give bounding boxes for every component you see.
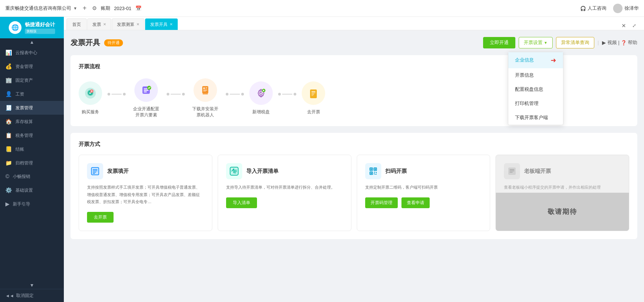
- page-header: 发票开具 待开通 立即开通 开票设置 ▼ 异常清单查询 | ▶ 视频 |: [71, 37, 637, 48]
- sidebar-item-jiezhang[interactable]: 📒 结账: [0, 142, 64, 156]
- dropdown-item-company[interactable]: 企业信息 ➜: [508, 52, 563, 68]
- activate-button[interactable]: 立即开通: [483, 37, 515, 48]
- sidebar-item-zijin[interactable]: 💰 资金管理: [0, 60, 64, 73]
- company-name: 重庆畅捷交通信息咨询有限公司: [5, 5, 71, 11]
- dropdown-item-invoice[interactable]: 开票信息: [508, 68, 563, 82]
- settings-button[interactable]: 开票设置 ▼: [519, 37, 553, 48]
- svg-rect-42: [510, 171, 514, 171]
- sidebar-item-shuiwu[interactable]: 📋 税务管理: [0, 128, 64, 142]
- tab-calc-label: 发票测算: [117, 22, 134, 28]
- video-label[interactable]: 视频: [607, 40, 617, 46]
- sidebar-item-kucun[interactable]: 🏠 库存核算: [0, 115, 64, 128]
- dropdown-item-download[interactable]: 下载开票客户端: [508, 111, 563, 125]
- cancel-fixed-button[interactable]: ◄◄ 取消固定: [0, 289, 64, 302]
- chart-icon: 📊: [5, 49, 12, 56]
- sidebar-item-gongzi[interactable]: 👤 工资: [0, 87, 64, 101]
- method-card-scan: 扫码开票 支持定制开票二维码，客户端可扫码开票 开票码管理 查看申请: [357, 155, 490, 231]
- user-info[interactable]: 徐泽华: [613, 4, 639, 13]
- play-circle-icon: ▶: [602, 40, 606, 46]
- sidebar-item-xiaochang[interactable]: © 小畅报销: [0, 170, 64, 183]
- question-icon: ❓: [621, 40, 627, 45]
- method-boss-desc: 查看老板端小程序提交的开票申请，并作出相应的处理: [504, 184, 621, 191]
- sidebar-item-fapiao[interactable]: 🧾 发票管理: [0, 101, 64, 115]
- receipt-icon: 🧾: [5, 105, 12, 111]
- add-tab-button[interactable]: +: [81, 3, 88, 13]
- method-fill-title: 发票填开: [107, 168, 129, 175]
- period-value: 2023-01: [114, 6, 131, 11]
- human-consult-button[interactable]: 🎧 人工咨询: [580, 5, 606, 11]
- sidebar-nav: 📊 云报表中心 💰 资金管理 🏢 固定资产 👤 工资 🧾 发票管理 🏠: [0, 46, 64, 281]
- svg-rect-35: [371, 173, 372, 174]
- tab-close-icon[interactable]: ✕: [103, 22, 106, 27]
- topbar-right: 🎧 人工咨询 徐泽华: [580, 4, 639, 13]
- close-window-button[interactable]: ✕: [619, 21, 628, 30]
- method-scan-title: 扫码开票: [385, 168, 407, 175]
- headset-icon: 🎧: [580, 6, 586, 11]
- method-card-boss: 老板端开票 查看老板端小程序提交的开票申请，并作出相应的处理 敬请期待: [496, 155, 629, 231]
- building-icon: 🏢: [5, 77, 12, 83]
- method-scan-button1[interactable]: 开票码管理: [365, 197, 398, 208]
- flow-connector-4: [273, 93, 302, 96]
- gear-icon: ⚙️: [5, 187, 12, 193]
- sidebar-label: 基础设置: [15, 187, 33, 193]
- anomaly-button[interactable]: 异常清单查询: [556, 37, 594, 48]
- sidebar-item-gudingzichan[interactable]: 🏢 固定资产: [0, 73, 64, 87]
- method-scan-button2[interactable]: 查看申请: [401, 197, 430, 208]
- tab-close-icon[interactable]: ✕: [136, 22, 139, 27]
- dropdown-item-printer[interactable]: 打印机管理: [508, 97, 563, 111]
- archive-icon: 📁: [5, 160, 12, 166]
- svg-rect-24: [93, 169, 97, 170]
- dropdown-item-taxconfig[interactable]: 配置税盘信息: [508, 82, 563, 97]
- dropdown-download-label: 下载开票客户端: [515, 115, 548, 120]
- sidebar-item-xinshou[interactable]: ▶ 新手引导: [0, 197, 64, 211]
- tab-fapiao[interactable]: 发票 ✕: [87, 18, 111, 30]
- dropdown-taxconfig-label: 配置税盘信息: [515, 86, 543, 92]
- dropdown-invoice-label: 开票信息: [515, 72, 534, 78]
- page-title: 发票开具: [71, 38, 100, 48]
- method-fill-desc: 支持按照发票样式手工填开发票；可开具增值税电子普通发票、增值税普通发票、增值税专…: [87, 184, 204, 206]
- svg-rect-13: [203, 93, 208, 95]
- sidebar-item-yunbao[interactable]: 📊 云报表中心: [0, 46, 64, 60]
- help-label[interactable]: 帮助: [628, 40, 637, 46]
- company-selector[interactable]: 重庆畅捷交通信息咨询有限公司 ▼: [5, 5, 77, 11]
- sidebar-logo: 🌐 畅捷通好会计 旗舰版: [0, 17, 64, 38]
- sidebar-label: 云报表中心: [15, 50, 37, 56]
- money-icon: 💰: [5, 63, 12, 70]
- sidebar-item-jichushezhi[interactable]: ⚙️ 基础设置: [0, 183, 64, 197]
- settings-icon[interactable]: ⚙: [92, 5, 97, 11]
- methods-grid: 发票填开 支持按照发票样式手工填开发票；可开具增值税电子普通发票、增值税普通发票…: [79, 155, 629, 231]
- flow-connector-3: [220, 93, 249, 96]
- tab-close-icon[interactable]: ✕: [170, 22, 173, 27]
- svg-rect-33: [375, 168, 376, 170]
- svg-rect-8: [203, 87, 205, 89]
- sidebar-scroll-up[interactable]: ▲: [0, 38, 64, 46]
- sidebar-label: 库存核算: [15, 119, 33, 125]
- flow-step-4-label: 新增税盘: [252, 109, 270, 115]
- tab-home-label: 首页: [72, 22, 81, 28]
- consult-label: 人工咨询: [588, 5, 606, 11]
- method-boss-overlay: 敬请期待: [496, 193, 629, 230]
- sidebar-item-guidang[interactable]: 📁 归档管理: [0, 156, 64, 170]
- flow-connector-1: [102, 93, 131, 96]
- flow-step-4: 新增税盘: [249, 81, 273, 115]
- sidebar-scroll-down[interactable]: ▼: [0, 281, 64, 289]
- c-icon: ©: [5, 174, 9, 180]
- sidebar-label: 小畅报销: [13, 174, 30, 180]
- logo-icon: 🌐: [9, 21, 22, 34]
- tab-fapiao-active[interactable]: 发票开具 ✕: [145, 18, 178, 30]
- svg-rect-21: [311, 95, 313, 96]
- page-content: 发票开具 待开通 立即开通 开票设置 ▼ 异常清单查询 | ▶ 视频 |: [64, 30, 644, 302]
- methods-section: 开票方式 发票填开 支持按照发票样式手工填开发票；可开具增值税电子普通发票、增值…: [71, 133, 637, 239]
- maximize-window-button[interactable]: ⤢: [630, 21, 639, 30]
- svg-rect-36: [374, 172, 375, 173]
- tab-fapiao-calc[interactable]: 发票测算 ✕: [112, 18, 144, 30]
- sidebar-label: 发票管理: [15, 105, 33, 111]
- svg-rect-31: [371, 168, 372, 170]
- calendar-icon[interactable]: 📅: [135, 5, 142, 11]
- method-fill-button[interactable]: 去开票: [87, 212, 114, 223]
- unpin-icon: ◄◄: [5, 293, 14, 298]
- tab-home[interactable]: 首页: [67, 18, 87, 30]
- page-title-area: 发票开具 待开通: [71, 38, 123, 48]
- tabs-bar: 首页 发票 ✕ 发票测算 ✕ 发票开具 ✕ ✕ ⤢: [64, 17, 644, 30]
- method-import-button[interactable]: 导入清单: [226, 197, 257, 208]
